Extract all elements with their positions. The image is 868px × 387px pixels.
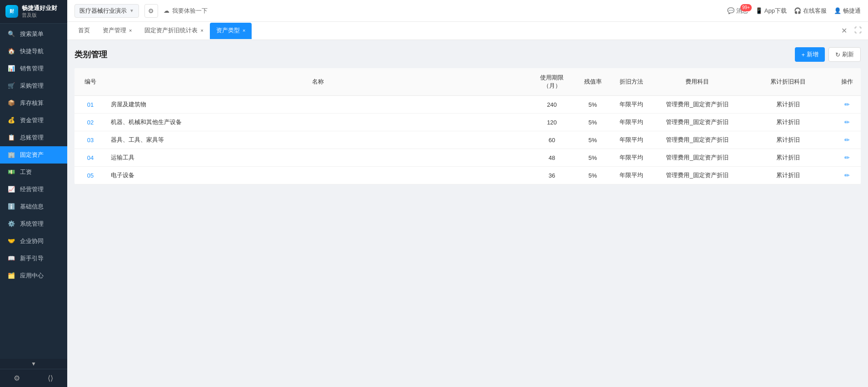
sidebar-item-enterprise[interactable]: 🤝 企业协同	[0, 233, 67, 250]
sidebar-item-basic-info[interactable]: ℹ️ 基础信息	[0, 198, 67, 215]
building-icon: 🏢	[7, 151, 15, 159]
sidebar-item-inventory[interactable]: 📦 库存核算	[0, 94, 67, 112]
settings-icon[interactable]: ⚙	[144, 4, 158, 18]
cell-accum-subject: 累计折旧	[743, 167, 833, 184]
message-badge: 99	[740, 4, 752, 11]
new-btn[interactable]: + 新增	[795, 47, 825, 62]
sidebar-item-system[interactable]: ⚙️ 系统管理	[0, 215, 67, 233]
edit-icon[interactable]: ✏	[844, 101, 850, 108]
cell-ops: ✏	[833, 131, 861, 149]
sidebar-item-app-center[interactable]: 🗂️ 应用中心	[0, 267, 67, 284]
tab-close-icon[interactable]: ×	[243, 28, 245, 33]
close-window-icon[interactable]: ✕	[839, 25, 849, 37]
cloud-icon: ☁	[164, 7, 169, 14]
sidebar-item-sales[interactable]: 📊 销售管理	[0, 60, 67, 77]
tab-close-icon[interactable]: ×	[129, 28, 132, 33]
edit-icon[interactable]: ✏	[844, 119, 850, 126]
cell-period: 48	[529, 149, 575, 167]
sidebar-item-guide[interactable]: 📖 新手引导	[0, 250, 67, 267]
sidebar-item-label: 销售管理	[20, 64, 44, 73]
tab-asset-type[interactable]: 资产类型 ×	[210, 23, 252, 39]
cell-accum-subject: 累计折旧	[743, 149, 833, 167]
experience-btn[interactable]: ☁ 我要体验一下	[164, 7, 208, 15]
tab-fixed-asset-table[interactable]: 固定资产折旧统计表 ×	[138, 23, 209, 39]
money-icon: 💰	[7, 116, 15, 124]
sidebar-item-ledger[interactable]: 📋 总账管理	[0, 129, 67, 146]
edit-icon[interactable]: ✏	[844, 154, 850, 161]
tab-label: 资产类型	[216, 26, 240, 35]
chart-icon: 📊	[7, 64, 15, 73]
sidebar-footer: ⚙ ⟨⟩	[0, 369, 67, 387]
settings-btn[interactable]: ⚙	[0, 369, 34, 387]
col-header-code: 编号	[74, 68, 106, 96]
cell-name: 房屋及建筑物	[106, 96, 529, 114]
sidebar-item-label: 采购管理	[20, 82, 44, 90]
sidebar-item-label: 新手引导	[20, 254, 44, 263]
user-icon: 👤	[834, 7, 841, 14]
main-area: 医疗器械行业演示 ▼ ⚙ ☁ 我要体验一下 💬 消息 99 📱 App下载 🎧 …	[67, 0, 868, 387]
tab-label: 首页	[78, 26, 90, 35]
company-name: 医疗器械行业演示	[79, 7, 127, 15]
page-title: 类别管理	[74, 49, 107, 60]
sidebar-logo: 财 畅捷通好业财 普及版	[0, 0, 67, 24]
logo-icon: 财	[5, 5, 18, 18]
cell-cost-subject: 管理费用_固定资产折旧	[652, 167, 743, 184]
cell-residual: 5%	[575, 149, 611, 167]
cell-residual: 5%	[575, 131, 611, 149]
tab-asset-management[interactable]: 资产管理 ×	[96, 23, 138, 39]
sidebar-item-search[interactable]: 🔍 搜索菜单	[0, 25, 67, 43]
sidebar-item-label: 快捷导航	[20, 47, 44, 55]
tab-home[interactable]: 首页	[72, 23, 96, 39]
tab-close-icon[interactable]: ×	[200, 28, 203, 33]
sidebar: 财 畅捷通好业财 普及版 🔍 搜索菜单 🏠 快捷导航 📊 销售管理 🛒 采购管理…	[0, 0, 67, 387]
sidebar-item-label: 搜索菜单	[20, 30, 44, 38]
col-header-cost: 费用科目	[652, 68, 743, 96]
sidebar-item-label: 经营管理	[20, 185, 44, 194]
download-icon: 📱	[755, 7, 763, 14]
cell-code: 02	[74, 114, 106, 131]
book-icon: 📖	[7, 254, 15, 263]
cell-name: 器具、工具、家具等	[106, 131, 529, 149]
sidebar-item-salary[interactable]: 💵 工资	[0, 164, 67, 181]
sidebar-menu: 🔍 搜索菜单 🏠 快捷导航 📊 销售管理 🛒 采购管理 📦 库存核算 💰 资金管…	[0, 24, 67, 359]
online-service-action[interactable]: 🎧 在线客服	[794, 7, 827, 15]
home-icon: 🏠	[7, 47, 15, 55]
sidebar-item-purchase[interactable]: 🛒 采购管理	[0, 77, 67, 94]
message-action[interactable]: 💬 消息 99	[727, 7, 748, 15]
app-version: 普及版	[22, 12, 57, 19]
sidebar-item-label: 总账管理	[20, 134, 44, 142]
expand-icon[interactable]: ⛶	[853, 25, 863, 37]
tab-label: 资产管理	[103, 26, 126, 35]
cell-accum-subject: 累计折旧	[743, 131, 833, 149]
col-header-method: 折旧方法	[611, 68, 652, 96]
collapse-btn[interactable]: ⟨⟩	[34, 369, 67, 387]
table-row: 01 房屋及建筑物 240 5% 年限平均 管理费用_固定资产折旧 累计折旧 ✏	[74, 96, 861, 114]
cell-code: 03	[74, 131, 106, 149]
cell-method: 年限平均	[611, 96, 652, 114]
handshake-icon: 🤝	[7, 237, 15, 245]
cell-name: 机器、机械和其他生产设备	[106, 114, 529, 131]
user-action[interactable]: 👤 畅捷通	[834, 7, 861, 15]
sidebar-item-business[interactable]: 📈 经营管理	[0, 181, 67, 198]
info-icon: ℹ️	[7, 203, 15, 211]
cell-period: 60	[529, 131, 575, 149]
edit-icon[interactable]: ✏	[844, 172, 850, 179]
app-download-action[interactable]: 📱 App下载	[755, 7, 787, 15]
refresh-icon: ↻	[835, 51, 840, 58]
sidebar-item-quick-nav[interactable]: 🏠 快捷导航	[0, 43, 67, 60]
cell-residual: 5%	[575, 167, 611, 184]
cell-method: 年限平均	[611, 131, 652, 149]
cell-code: 05	[74, 167, 106, 184]
asset-category-table: 编号 名称 使用期限（月） 残值率 折旧方法 费用科目 累计折旧科目 操作 01…	[74, 68, 861, 184]
edit-icon[interactable]: ✏	[844, 136, 850, 144]
sidebar-item-fixed-assets[interactable]: 🏢 固定资产	[0, 146, 67, 164]
chevron-down-icon: ▼	[129, 8, 134, 13]
cell-name: 运输工具	[106, 149, 529, 167]
cell-ops: ✏	[833, 96, 861, 114]
sidebar-scroll-down[interactable]: ▼	[0, 359, 67, 369]
refresh-btn[interactable]: ↻ 刷新	[828, 47, 861, 62]
sidebar-item-finance[interactable]: 💰 资金管理	[0, 112, 67, 129]
cell-residual: 5%	[575, 96, 611, 114]
cell-ops: ✏	[833, 114, 861, 131]
company-selector[interactable]: 医疗器械行业演示 ▼	[74, 4, 139, 18]
